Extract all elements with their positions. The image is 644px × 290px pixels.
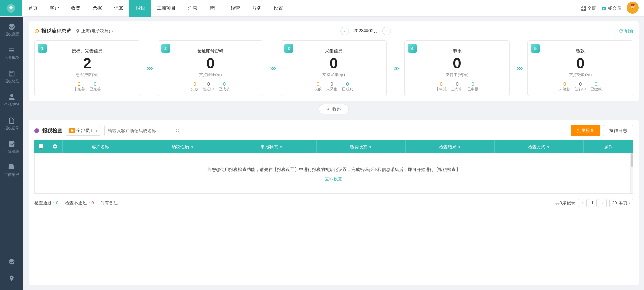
step-card-4: 5 缴款 0 支持缴款(家) 0未缴款0进行中0已缴款: [527, 40, 633, 96]
step-desc-0: 总客户数(家): [76, 72, 99, 78]
nav-item-消息[interactable]: 消息: [182, 0, 203, 17]
content-area: ⊕ 报税流程总览 上海(电子税局) ▾ ‹ 2023年02月 › 刷新: [23, 17, 644, 290]
total-records: 共0条记录: [555, 200, 575, 206]
step-stats-2: 0失败0未采集0已成功: [314, 81, 353, 92]
nav-item-收费[interactable]: 收费: [65, 0, 87, 17]
logo: [0, 0, 22, 16]
sidebar-download[interactable]: [0, 254, 23, 269]
stat: 0失败: [191, 81, 198, 92]
operation-log-button[interactable]: 操作日志: [603, 125, 633, 136]
step-big-num-1: 0: [206, 56, 214, 71]
sidebar-item-工商年报[interactable]: 工商年报: [0, 159, 23, 182]
step-arrow-1: »»: [140, 40, 158, 96]
nav-item-首页[interactable]: 首页: [22, 0, 44, 17]
sidebar-location[interactable]: [0, 271, 23, 286]
table-header-row: 客户名称 纳税性质 ▼ 申报状态 ▼ 缴费状态 ▼: [34, 140, 633, 153]
page-size-value: 30 条/页: [612, 200, 627, 206]
table-body-area: 若您想使用报税检查功能，请先在【报税设置】中进行报税的初始化设置，完成密码验证和…: [34, 153, 633, 194]
step-stats-1: 0失败0验证中0已成功: [191, 81, 230, 92]
sidebar-item-报税设置[interactable]: 报税设置: [0, 18, 23, 42]
th-check-method: 检查方式 ▼: [494, 140, 584, 153]
nav-item-报税[interactable]: 报税: [129, 0, 151, 17]
refresh-button[interactable]: 刷新: [619, 28, 633, 34]
sidebar-item-报税记录[interactable]: 报税记录: [0, 112, 23, 135]
step-desc-2: 支持采集(家): [322, 72, 345, 78]
svg-point-9: [176, 129, 179, 132]
step-stats-4: 0未缴款0进行中0已缴款: [559, 81, 602, 92]
stat: 0验证中: [203, 81, 214, 92]
collapse-bar: 收起: [29, 104, 639, 114]
nav-item-设置[interactable]: 设置: [268, 0, 289, 17]
fullscreen-label: 全屏: [587, 5, 596, 11]
tax-check-card: 报税检查 员 全部员工 ▾ 批量检查 操作日志: [29, 120, 639, 285]
prev-page-btn[interactable]: ‹: [578, 199, 587, 207]
search-button[interactable]: [172, 125, 183, 136]
avatar[interactable]: [627, 2, 639, 15]
sidebar-bottom: [0, 254, 23, 290]
stat: 0未缴款: [559, 81, 570, 92]
th-tax-nature: 纳税性质 ▼: [138, 140, 227, 153]
next-page-btn[interactable]: ›: [598, 199, 607, 207]
check-fail: 检查不通过：0: [65, 200, 94, 206]
nav-item-记账[interactable]: 记账: [108, 0, 129, 17]
nav-item-服务[interactable]: 服务: [246, 0, 268, 17]
fullscreen-button[interactable]: 全屏: [581, 5, 596, 11]
step-big-num-0: 2: [83, 56, 91, 71]
svg-text:▶: ▶: [603, 8, 605, 10]
collapse-button[interactable]: 收起: [319, 104, 349, 114]
process-title: 报税流程总览: [41, 28, 71, 34]
stat: 0已完善: [90, 81, 101, 92]
vip-button[interactable]: ▶ 畅会员: [601, 5, 621, 11]
stat: 0进行中: [451, 81, 463, 92]
page-size-selector[interactable]: 30 条/页 ▾: [609, 199, 633, 207]
step-arrow-2: »»: [263, 40, 281, 96]
nav-item-票据[interactable]: 票据: [87, 0, 108, 17]
sidebar-item-个税申报[interactable]: 个税申报: [0, 88, 23, 112]
sidebar-item-批量报税[interactable]: 批量报税: [0, 42, 23, 65]
next-month-btn[interactable]: ›: [382, 27, 391, 35]
fail-count[interactable]: 0: [91, 200, 94, 205]
select-all-checkbox[interactable]: [39, 144, 43, 149]
sidebar-item-汇算清缴[interactable]: 汇算清缴: [0, 135, 23, 159]
sidebar-item-报税总览[interactable]: 报税总览: [0, 65, 23, 88]
stat: 0已缴款: [591, 81, 602, 92]
step-num-3: 4: [408, 44, 417, 53]
employee-filter[interactable]: 员 全部员工 ▾: [66, 126, 101, 136]
nav-right: 全屏 ▶ 畅会员: [581, 0, 644, 16]
th-declare-status: 申报状态 ▼: [227, 140, 316, 153]
gear-icon[interactable]: [52, 144, 58, 149]
step-big-num-3: 0: [453, 56, 461, 71]
th-operation: 操作: [584, 140, 633, 153]
process-overview-card: ⊕ 报税流程总览 上海(电子税局) ▾ ‹ 2023年02月 › 刷新: [29, 21, 639, 101]
nav-item-客户[interactable]: 客户: [44, 0, 65, 17]
svg-point-0: [10, 7, 12, 8]
collapse-label: 收起: [332, 106, 341, 112]
th-pay-status: 缴费状态 ▼: [316, 140, 406, 153]
empty-message: 若您想使用报税检查功能，请先在【报税设置】中进行报税的初始化设置，完成密码验证和…: [207, 167, 460, 173]
page-number: 1: [588, 199, 597, 207]
prev-month-btn[interactable]: ‹: [340, 27, 349, 35]
pagination: ‹ 1 ›: [578, 199, 607, 207]
pass-count[interactable]: 0: [56, 200, 58, 205]
scrollbar-thumb[interactable]: [631, 153, 633, 167]
step-desc-4: 支持缴款(家): [569, 72, 592, 78]
batch-check-button[interactable]: 批量检查: [571, 125, 600, 136]
nav-item-工商项目[interactable]: 工商项目: [151, 0, 182, 17]
search-input[interactable]: [105, 126, 172, 135]
scrollbar-track[interactable]: [630, 153, 633, 193]
step-stats-0: 2未完善0已完善: [74, 81, 101, 92]
vip-label: 畅会员: [608, 5, 621, 11]
step-desc-3: 支持申报(家): [446, 72, 469, 78]
employee-filter-arrow: ▾: [96, 129, 97, 133]
tax-check-table: 客户名称 纳税性质 ▼ 申报状态 ▼ 缴费状态 ▼: [34, 140, 633, 153]
stat: 0已申报: [467, 81, 478, 92]
location-selector[interactable]: 上海(电子税局) ▾: [75, 28, 113, 34]
step-num-2: 3: [284, 44, 293, 53]
tax-check-title-icon: [34, 128, 39, 133]
nav-item-管理[interactable]: 管理: [203, 0, 225, 17]
step-card-3: 4 申报 0 支持申报(家) 0未申报0进行中0已申报: [404, 40, 510, 96]
nav-item-经营[interactable]: 经营: [225, 0, 246, 17]
stat: 2未完善: [74, 81, 85, 92]
process-title-icon: ⊕: [34, 27, 39, 35]
setup-link[interactable]: 立即设置: [325, 176, 342, 182]
